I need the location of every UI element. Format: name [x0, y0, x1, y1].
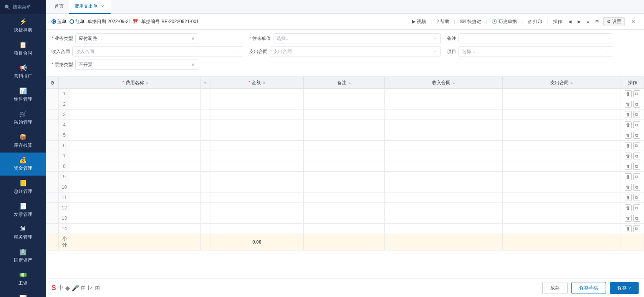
grid-icon[interactable]: ⊞ — [81, 284, 86, 292]
amount-cell[interactable] — [210, 161, 303, 172]
expense-name-cell[interactable] — [70, 224, 201, 234]
remark-cell[interactable] — [304, 161, 385, 172]
expense-name-cell[interactable] — [70, 161, 201, 172]
copy-row-btn[interactable]: ⧉ — [633, 111, 640, 118]
expense-name-cell[interactable] — [70, 213, 201, 224]
sidebar-item-ops[interactable]: 📈 经营管理 — [0, 290, 46, 297]
remark-cell[interactable] — [304, 130, 385, 141]
expense-contract-cell[interactable] — [503, 141, 621, 151]
copy-row-btn[interactable]: ⧉ — [633, 142, 640, 149]
expense-contract-cell[interactable] — [503, 99, 621, 110]
income-contract-cell[interactable] — [384, 172, 503, 182]
income-contract-cell[interactable] — [384, 89, 503, 99]
delete-row-btn[interactable]: 🗑 — [625, 215, 632, 222]
amount-cell[interactable] — [210, 172, 303, 182]
expense-contract-cell[interactable] — [503, 224, 621, 234]
sidebar-item-inventory[interactable]: 📦 库存核算 — [0, 129, 46, 153]
copy-row-btn[interactable]: ⧉ — [633, 194, 640, 201]
delete-row-btn[interactable]: 🗑 — [625, 153, 632, 159]
date-value[interactable]: 2022-09-21 — [108, 19, 131, 24]
delete-row-btn[interactable]: 🗑 — [625, 173, 632, 180]
mic-icon[interactable]: 🎤 — [71, 284, 79, 292]
nav-next-btn[interactable]: ▶ — [576, 18, 582, 25]
remark-cell[interactable] — [304, 172, 385, 182]
th-settings[interactable]: ⚙ — [46, 77, 59, 89]
sort-icon[interactable]: ⇅ — [204, 81, 207, 85]
sidebar-search[interactable]: 🔍 搜索菜单 — [0, 0, 46, 14]
flag-icon[interactable]: 🏳 — [87, 285, 93, 292]
copy-row-btn[interactable]: ⧉ — [633, 204, 640, 211]
remark-cell[interactable] — [304, 89, 385, 99]
amount-cell[interactable] — [210, 151, 303, 161]
income-contract-cell[interactable] — [384, 192, 503, 203]
expense-name-cell[interactable] — [70, 120, 201, 130]
zhong-icon[interactable]: 中 — [58, 284, 64, 292]
tab-expense-bill[interactable]: 费用支出单 ✕ — [69, 0, 111, 14]
sidebar-item-sales[interactable]: 📊 销售管理 — [0, 83, 46, 106]
expense-contract-input[interactable]: 支出合同 ··· — [270, 46, 441, 56]
sidebar-item-payroll[interactable]: 💵 工资 — [0, 267, 46, 290]
copy-row-btn[interactable]: ⧉ — [633, 121, 640, 128]
video-btn[interactable]: ▶ 视频 — [411, 18, 427, 26]
sidebar-item-purchase[interactable]: 🛒 采购管理 — [0, 106, 46, 129]
amount-cell[interactable] — [210, 203, 303, 213]
sidebar-item-tax[interactable]: 🏛 税务管理 — [0, 222, 46, 244]
delete-row-btn[interactable]: 🗑 — [625, 194, 632, 201]
income-contract-cell[interactable] — [384, 110, 503, 120]
expense-name-cell[interactable] — [70, 151, 201, 161]
amount-cell[interactable] — [210, 213, 303, 224]
income-contract-cell[interactable] — [384, 120, 503, 130]
copy-row-btn[interactable]: ⧉ — [633, 173, 640, 180]
delete-row-btn[interactable]: 🗑 — [625, 184, 632, 191]
expense-name-cell[interactable] — [70, 192, 201, 203]
copy-row-btn[interactable]: ⧉ — [633, 132, 640, 139]
tab-close-icon[interactable]: ✕ — [100, 4, 105, 9]
expense-name-cell[interactable] — [70, 141, 201, 151]
remark-cell[interactable] — [304, 99, 385, 110]
sort-remark-icon[interactable]: ⇅ — [348, 81, 351, 85]
calendar-icon[interactable]: 📅 — [132, 19, 138, 24]
amount-cell[interactable] — [210, 110, 303, 120]
sidebar-item-project-contract[interactable]: 📋 项目合同 — [0, 37, 46, 60]
copy-row-btn[interactable]: ⧉ — [633, 90, 640, 97]
window-close-btn[interactable]: ✕ — [628, 16, 639, 27]
income-contract-cell[interactable] — [384, 224, 503, 234]
sidebar-item-invoice[interactable]: 🧾 发票管理 — [0, 199, 46, 222]
sidebar-item-account[interactable]: 📒 总账管理 — [0, 176, 46, 199]
save-draft-button[interactable]: 保存草稿 — [571, 282, 606, 294]
delete-row-btn[interactable]: 🗑 — [625, 132, 632, 139]
sidebar-item-fixed-assets[interactable]: 🏢 固定资产 — [0, 244, 46, 267]
help-btn[interactable]: ? 帮助 — [435, 18, 451, 26]
doc-num-value[interactable]: BE-20220921-001 — [161, 19, 199, 24]
sidebar-item-marketing[interactable]: 📢 营销推广 — [0, 60, 46, 83]
sidebar-item-quick-nav[interactable]: ⚡ 快捷导航 — [0, 14, 46, 37]
delete-row-btn[interactable]: 🗑 — [625, 101, 632, 108]
income-contract-cell[interactable] — [384, 182, 503, 192]
sort-expense-contract-icon[interactable]: ⇅ — [570, 81, 573, 85]
partner-input[interactable]: 选择... ··· — [273, 33, 441, 43]
copy-row-btn[interactable]: ⧉ — [633, 163, 640, 170]
delete-row-btn[interactable]: 🗑 — [625, 111, 632, 118]
tab-home[interactable]: 首页 — [49, 0, 69, 14]
copy-row-btn[interactable]: ⧉ — [633, 225, 640, 232]
remark-cell[interactable] — [304, 224, 385, 234]
table-icon[interactable]: ⊞ — [95, 284, 100, 292]
remark-cell[interactable] — [304, 120, 385, 130]
expense-contract-cell[interactable] — [503, 120, 621, 130]
sort-amount-icon[interactable]: ⇅ — [262, 81, 265, 85]
expense-contract-cell[interactable] — [503, 161, 621, 172]
income-contract-cell[interactable] — [384, 99, 503, 110]
red-bill-radio[interactable]: 红单 — [70, 18, 84, 25]
amount-cell[interactable] — [210, 130, 303, 141]
print-btn[interactable]: 🖨 打印 — [526, 18, 544, 26]
remark-cell[interactable] — [304, 203, 385, 213]
delete-row-btn[interactable]: 🗑 — [625, 121, 632, 128]
remark-cell[interactable] — [304, 151, 385, 161]
delete-row-btn[interactable]: 🗑 — [625, 90, 632, 97]
income-contract-cell[interactable] — [384, 161, 503, 172]
ops-btn[interactable]: 操作 — [551, 18, 564, 26]
biz-type-input[interactable]: 应付调整 ∨ — [75, 33, 198, 43]
amount-cell[interactable] — [210, 89, 303, 99]
remark-cell[interactable] — [304, 192, 385, 203]
project-input[interactable]: 选择... ··· — [459, 46, 612, 56]
